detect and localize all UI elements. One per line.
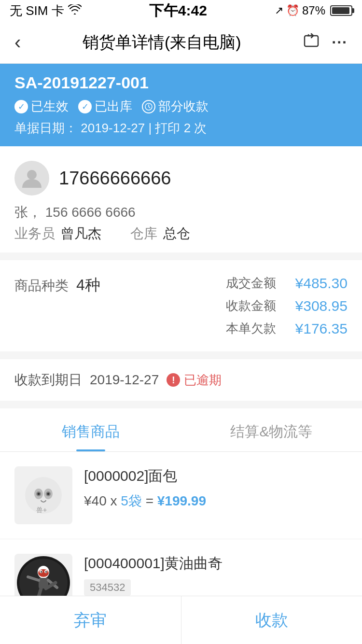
svg-point-14	[38, 569, 49, 577]
clock-icon	[142, 100, 155, 113]
order-id: SA-20191227-001	[14, 73, 348, 92]
nav-bar: ‹ 销货单详情(来自电脑) ···	[0, 21, 362, 64]
check-icon-1: ✓	[14, 100, 28, 113]
collect-payment-button[interactable]: 收款	[181, 596, 362, 644]
order-date: 单据日期： 2019-12-27 | 打印 2 次	[14, 120, 348, 137]
product-item-1: 兽+ [0000002]面包 ¥40 x 5袋 = ¥199.99	[0, 452, 362, 539]
sales-name: 曾凡杰	[61, 224, 101, 243]
due-date-section: 收款到期日 2019-12-27 ! 已逾期	[0, 359, 362, 401]
warehouse-meta: 仓库 总仓	[130, 224, 190, 243]
cancel-label: 弃审	[74, 609, 107, 631]
svg-text:兽+: 兽+	[36, 506, 47, 514]
customer-name-text: 张，	[14, 205, 42, 220]
more-icon[interactable]: ···	[332, 33, 348, 51]
overdue-badge: ! 已逾期	[167, 372, 222, 389]
date-label: 单据日期：	[14, 121, 77, 135]
order-banner: SA-20191227-001 ✓ 已生效 ✓ 已出库 部分收款 单据日期： 2…	[0, 64, 362, 146]
status-right: ↗ ⏰ 87%	[275, 4, 352, 17]
battery-percent: 87%	[302, 4, 325, 17]
tab-label-2: 结算&物流等	[230, 423, 312, 439]
customer-alt-phone: 156 6666 6666	[45, 205, 136, 220]
bottom-bar: 弃审 收款	[0, 596, 362, 644]
nav-icons: ···	[303, 32, 348, 53]
svg-point-18	[45, 571, 47, 573]
customer-phone-number: 17666666666	[59, 168, 171, 189]
share-icon[interactable]	[303, 32, 320, 53]
status-label-3: 部分收款	[158, 98, 209, 115]
debt-value: ¥176.35	[295, 321, 348, 337]
sales-label: 业务员	[14, 224, 55, 243]
overdue-label: 已逾期	[184, 372, 222, 389]
svg-point-8	[38, 493, 40, 495]
product-name-2: [000400001]黄油曲奇	[84, 554, 348, 574]
tab-sales-goods[interactable]: 销售商品	[0, 408, 181, 451]
status-left: 无 SIM 卡	[10, 2, 82, 19]
sales-meta: 业务员 曾凡杰	[14, 224, 101, 243]
carrier-label: 无 SIM 卡	[10, 2, 64, 19]
receipt-label: 收款金额	[226, 297, 276, 314]
receipt-amount-row: 收款金额 ¥308.95	[226, 297, 348, 314]
back-button[interactable]: ‹	[14, 31, 21, 53]
check-icon-2: ✓	[78, 100, 92, 113]
status-bar: 无 SIM 卡 下午4:42 ↗ ⏰ 87%	[0, 0, 362, 21]
status-label-1: 已生效	[31, 98, 69, 115]
page-title: 销货单详情(来自电脑)	[83, 31, 241, 54]
summary-section: 商品种类 4种 成交金额 ¥485.30 收款金额 ¥308.95 本单欠款 ¥…	[0, 260, 362, 351]
tab-label-1: 销售商品	[62, 423, 120, 439]
debt-label: 本单欠款	[226, 320, 276, 337]
customer-section: 17666666666 张， 156 6666 6666 业务员 曾凡杰 仓库 …	[0, 146, 362, 252]
location-icon: ↗	[275, 4, 283, 17]
battery-icon	[330, 5, 352, 16]
customer-name: 张， 156 6666 6666	[14, 203, 348, 222]
avatar	[14, 161, 49, 196]
product-price-1: ¥40 x 5袋 = ¥199.99	[84, 492, 348, 510]
alarm-icon: ⏰	[286, 4, 299, 17]
product-info-1: [0000002]面包 ¥40 x 5袋 = ¥199.99	[84, 466, 348, 510]
status-time: 下午4:42	[149, 1, 207, 21]
status-badge-shipped: ✓ 已出库	[78, 98, 132, 115]
status-badge-partial: 部分收款	[142, 98, 209, 115]
status-badge-effective: ✓ 已生效	[14, 98, 69, 115]
customer-phone: 17666666666	[59, 168, 171, 189]
wifi-icon	[68, 3, 82, 18]
summary-right: 成交金额 ¥485.30 收款金额 ¥308.95 本单欠款 ¥176.35	[226, 275, 348, 337]
print-info: | 打印 2 次	[148, 121, 207, 135]
deal-label: 成交金额	[226, 275, 276, 292]
svg-point-17	[41, 571, 42, 573]
qty-1: 5袋	[121, 493, 145, 508]
deal-value: ¥485.30	[295, 275, 348, 292]
price-1: ¥40	[84, 493, 107, 508]
warehouse-label: 仓库	[130, 224, 157, 243]
type-label: 商品种类	[14, 277, 69, 295]
receipt-value: ¥308.95	[295, 298, 348, 314]
order-status-row: ✓ 已生效 ✓ 已出库 部分收款	[14, 98, 348, 115]
customer-meta: 业务员 曾凡杰 仓库 总仓	[14, 224, 348, 243]
type-value: 4种	[76, 275, 100, 296]
date-value: 2019-12-27	[81, 121, 145, 135]
svg-point-9	[47, 493, 50, 495]
tabs-section: 销售商品 结算&物流等	[0, 408, 362, 452]
product-thumb-1: 兽+	[14, 466, 72, 524]
overdue-icon: !	[167, 373, 180, 387]
total-1: ¥199.99	[157, 493, 206, 508]
product-name-1: [0000002]面包	[84, 466, 348, 486]
due-label: 收款到期日	[14, 371, 82, 389]
deal-amount-row: 成交金额 ¥485.30	[226, 275, 348, 292]
cancel-review-button[interactable]: 弃审	[0, 596, 181, 644]
status-label-2: 已出库	[95, 98, 132, 115]
customer-row: 17666666666	[14, 161, 348, 196]
debt-amount-row: 本单欠款 ¥176.35	[226, 320, 348, 337]
tabs-row: 销售商品 结算&物流等	[0, 408, 362, 452]
product-sku-2: 534532	[84, 579, 131, 596]
tab-settlement[interactable]: 结算&物流等	[181, 408, 362, 451]
summary-left: 商品种类 4种	[14, 275, 100, 296]
confirm-label: 收款	[255, 609, 288, 631]
svg-point-2	[27, 170, 37, 180]
due-date-value: 2019-12-27	[90, 372, 159, 388]
warehouse-name: 总仓	[163, 224, 190, 243]
